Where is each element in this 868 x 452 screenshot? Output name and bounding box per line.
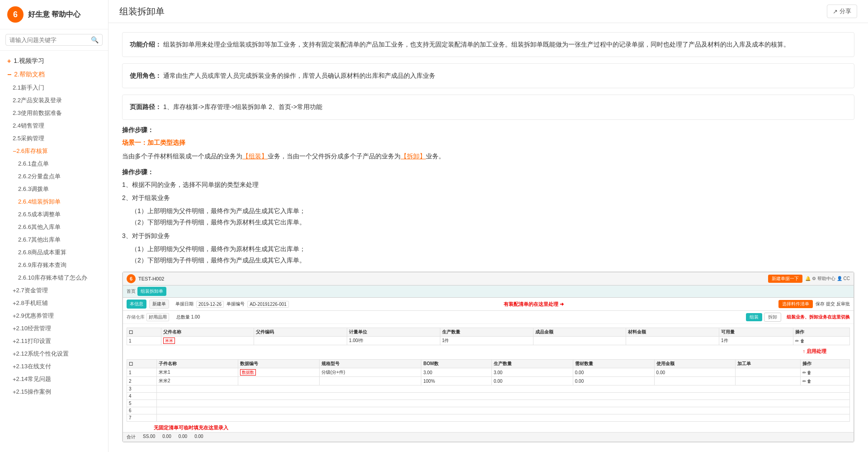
- sidebar-item-video-label: 1.视频学习: [14, 57, 44, 65]
- footer-val1: SS.00: [143, 434, 155, 440]
- search-box[interactable]: 🔍: [5, 34, 103, 46]
- mock-upper-table: ☐ 父件名称 父件编码 计量单位 生产数量 成品金额 材料金额 可用量 操作: [127, 328, 850, 345]
- mock-tab-type2[interactable]: 新建单: [149, 300, 169, 309]
- sidebar-item-otherinstock[interactable]: 2.6.6其他入库单: [0, 221, 108, 233]
- function-intro-text: 组装拆卸单用来处理企业组装或拆卸等加工业务，支持有固定装配清单的产品加工业务，也…: [163, 41, 790, 48]
- mock-storage-value: 好用品用: [146, 313, 169, 321]
- mock-lower-table-area: ☐ 子件名称 数据编号 规格型号 BOM数 生产数量 需材数量 使用金额 加工单…: [123, 356, 854, 423]
- main-area: 组装拆卸单 ↗ 分享 功能介绍： 组装拆卸单用来处理企业组装或拆卸等加工业务，支…: [108, 0, 868, 452]
- page-title: 组装拆卸单: [119, 5, 165, 18]
- cases-expand-icon: +: [13, 389, 16, 395]
- sidebar-item-ops[interactable]: + 2.10经营管理: [0, 322, 108, 335]
- annotation4-area: 无固定清单可临时填充在这里录入: [123, 423, 854, 432]
- sidebar-item-faq[interactable]: + 2.14常见问题: [0, 373, 108, 385]
- disassembly-link[interactable]: 【拆卸】: [401, 152, 426, 160]
- mock-new-btn[interactable]: 新建单据一下: [768, 275, 802, 283]
- faq-expand-icon: +: [13, 376, 16, 383]
- mock-num-label: 单据编号: [226, 301, 245, 307]
- sidebar-item-install[interactable]: 2.2产品安装及登录: [0, 94, 108, 107]
- th-parent-name: 父件名称: [161, 328, 254, 337]
- footer-val4: 0.00: [194, 434, 203, 440]
- sidebar-item-docs[interactable]: − 2.帮助文档: [0, 68, 108, 81]
- step2-sub2: （2）下部明细为子件明细，最终作为原材料生成其它出库单。: [131, 217, 854, 228]
- inventory-expand-icon: −: [13, 147, 16, 155]
- coupon-expand-icon: +: [13, 313, 16, 319]
- step3: 3、对于拆卸业务: [122, 230, 854, 242]
- sidebar-item-cases[interactable]: + 2.15操作案例: [0, 385, 108, 398]
- path-label: 页面路径：: [130, 103, 161, 110]
- share-button[interactable]: ↗ 分享: [827, 5, 857, 18]
- mock-action-label: 保存 提交 反审批: [816, 301, 850, 307]
- search-area: 🔍: [0, 29, 108, 51]
- mock-date-value: 2019-12-26: [196, 301, 224, 308]
- th-sales-qty: 计量单位: [347, 328, 440, 337]
- mock-process-btn[interactable]: 选择料件清单: [778, 300, 813, 308]
- lower-table-row1: 1 米米1 数据数 分级(分+件) 3.00 3.00 0.00 0.00 ✏ …: [127, 368, 850, 377]
- print-expand-icon: +: [13, 338, 16, 345]
- sidebar-item-coupon[interactable]: + 2.9优惠券管理: [0, 309, 108, 322]
- sidebar-item-print[interactable]: + 2.11打印设置: [0, 335, 108, 347]
- sidebar-item-video[interactable]: + 1.视频学习: [0, 54, 108, 68]
- steps-section: 操作步骤： 场景一：加工类型选择 当由多个子件材料组装成一个成品的业务为【组装】…: [122, 126, 854, 266]
- screenshot-container: 6 TEST-H002 新建单据一下 🔔 ⚙ 帮助中心 👤 CC 首页 组装拆卸…: [122, 271, 854, 442]
- sidebar-item-newbie[interactable]: 2.1新手入门: [0, 81, 108, 94]
- step-list: 1、根据不同的业务，选择不同单据的类型来处理 2、对于组装业务 （1）上部明细为…: [122, 179, 854, 266]
- sidebar-item-stocksplit[interactable]: 2.6.2分量盘点单: [0, 170, 108, 183]
- mock-nav: 首页 组装拆卸单: [123, 285, 854, 298]
- function-intro-label: 功能介绍：: [130, 41, 161, 48]
- th-avail: 操作: [793, 328, 849, 337]
- logo-icon: 6: [7, 6, 24, 23]
- footer-label: 合计: [127, 434, 136, 440]
- sidebar-item-adjust[interactable]: 2.6.3调拨单: [0, 183, 108, 195]
- sidebar-item-prepare[interactable]: 2.3使用前数据准备: [0, 107, 108, 119]
- capital-expand-icon: +: [13, 287, 16, 294]
- payment-expand-icon: +: [13, 363, 16, 370]
- logo-text: 好生意 帮助中心: [28, 10, 80, 19]
- sidebar-item-stockcount[interactable]: 2.6.1盘点单: [0, 157, 108, 170]
- mock-footer: 合计 SS.00 0.00 0.00 0.00: [123, 432, 854, 442]
- scene1-desc: 当由多个子件材料组装成一个成品的业务为【组装】业务，当由一个父件拆分成多个子产品…: [122, 151, 854, 162]
- footer-val3: 0.00: [179, 434, 187, 440]
- annotation3-area: ↑ 启用处理: [123, 347, 854, 356]
- mock-nav-home: 首页: [127, 288, 136, 295]
- search-input[interactable]: [9, 37, 91, 43]
- sidebar-item-purchase[interactable]: 2.5采购管理: [0, 132, 108, 145]
- sidebar-item-mobile[interactable]: + 2.8手机旺辅: [0, 297, 108, 309]
- sidebar-item-capital[interactable]: + 2.7资金管理: [0, 284, 108, 297]
- sidebar-item-goodscost[interactable]: 2.6.8商品成本重算: [0, 246, 108, 259]
- mock-topbar-id: TEST-H002: [138, 276, 164, 281]
- lower-table-row6: 6: [127, 407, 850, 414]
- annotation4-text: 无固定清单可临时填充在这里录入: [154, 424, 228, 431]
- function-intro-box: 功能介绍： 组装拆卸单用来处理企业组装或拆卸等加工业务，支持有固定装配清单的产品…: [122, 32, 854, 57]
- sidebar-item-stockcheck[interactable]: 2.6.9库存账本查询: [0, 259, 108, 271]
- mock-tab-type1[interactable]: 本信息: [127, 300, 146, 309]
- mock-upper-table-area: ☐ 父件名称 父件编码 计量单位 生产数量 成品金额 材料金额 可用量 操作: [123, 324, 854, 347]
- sidebar-item-personalize[interactable]: + 2.12系统个性化设置: [0, 347, 108, 360]
- step1: 1、根据不同的业务，选择不同单据的类型来处理: [122, 179, 854, 190]
- upper-table-row1: 1 米米 1.00/件 1件 1件 ✏ 🗑: [127, 337, 850, 345]
- sidebar-item-payment[interactable]: + 2.13在线支付: [0, 360, 108, 373]
- steps-label: 操作步骤：: [122, 168, 854, 176]
- assembly-link[interactable]: 【组装】: [242, 152, 268, 160]
- step2-sub1: （1）上部明细为父件明细，最终作为产成品生成其它入库单；: [131, 205, 854, 217]
- sidebar-item-assembly[interactable]: 2.6.4组装拆卸单: [0, 195, 108, 208]
- steps-title: 操作步骤：: [122, 126, 854, 134]
- mock-logo-icon: 6: [127, 274, 136, 283]
- lower-table-row3: 3: [127, 385, 850, 393]
- sidebar-item-sales[interactable]: 2.4销售管理: [0, 119, 108, 132]
- annotation1-text: 有装配清单的在这里处理 ➜: [292, 301, 776, 308]
- sidebar-item-stockerror[interactable]: 2.6.10库存账本错了怎么办: [0, 271, 108, 284]
- sidebar-item-costadj[interactable]: 2.6.5成本调整单: [0, 208, 108, 221]
- path-text: 1、库存核算->库存管理->组装拆卸单 2、首页->常用功能: [163, 103, 322, 110]
- th-unit: 生产数量: [440, 328, 533, 337]
- mock-disassembly-tab[interactable]: 拆卸: [764, 313, 781, 322]
- path-box: 页面路径： 1、库存核算->库存管理->组装拆卸单 2、首页->常用功能: [122, 95, 854, 119]
- mock-tab-assembly[interactable]: 组装拆卸单: [137, 287, 166, 296]
- sidebar-item-inventory[interactable]: − 2.6库存核算: [0, 145, 108, 157]
- search-icon[interactable]: 🔍: [91, 36, 99, 43]
- sidebar-item-otheroutstock[interactable]: 2.6.7其他出库单: [0, 233, 108, 246]
- mock-qty-label: 总数量 1.00: [176, 314, 200, 320]
- sidebar: 6 好生意 帮助中心 🔍 + 1.视频学习 − 2.帮助文档 2.1新手入门 2…: [0, 0, 108, 452]
- lower-table-row5: 5: [127, 400, 850, 407]
- mock-assembly-tab[interactable]: 组装: [746, 313, 762, 321]
